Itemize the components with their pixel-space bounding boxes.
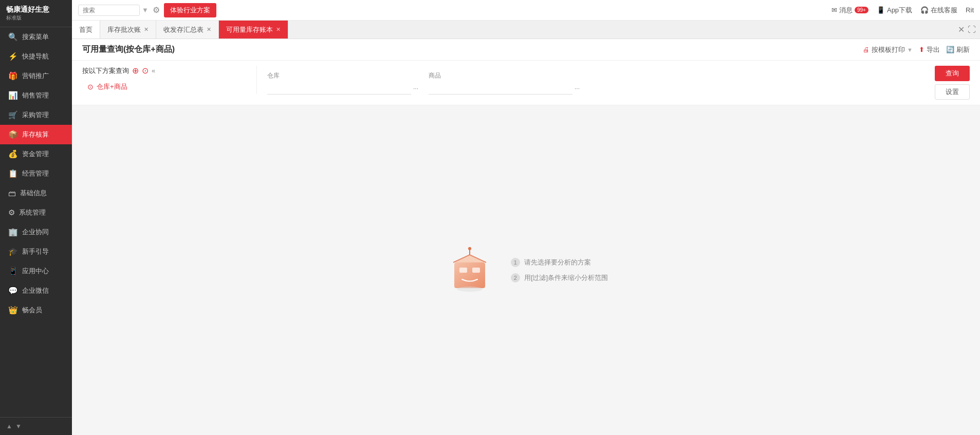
query-button[interactable]: 查询 (935, 66, 970, 81)
svg-rect-2 (472, 268, 480, 273)
scroll-up-icon[interactable]: ▲ (6, 423, 12, 430)
empty-tip-2: 2 用[过滤]条件来缩小分析范围 (511, 273, 608, 282)
page-actions: 🖨 按模板打印 ▼ ⬆ 导出 🔄 刷新 (863, 45, 970, 54)
scheme-setting-icon[interactable]: ⊙ (142, 66, 149, 75)
sidebar-label-operation: 经营管理 (22, 169, 49, 178)
empty-state: 1 请先选择要分析的方案 2 用[过滤]条件来缩小分析范围 (72, 105, 980, 435)
headset-icon: 🎧 (920, 6, 929, 14)
sidebar-label-finance: 资金管理 (22, 149, 49, 159)
sidebar-label-app_center: 应用中心 (22, 267, 49, 276)
sidebar-item-finance[interactable]: 💰 资金管理 (0, 144, 72, 164)
tab-summary-close[interactable]: ✕ (207, 26, 211, 33)
app-name: 畅康通好生意 (6, 5, 66, 14)
message-label: 消息 (839, 6, 853, 15)
sidebar-label-search: 搜索菜单 (22, 32, 49, 42)
sidebar-icon-finance: 💰 (8, 149, 18, 159)
product-label: 商品 (429, 71, 580, 80)
product-more-icon[interactable]: ··· (575, 85, 580, 92)
sidebar-icon-inventory: 📦 (8, 130, 18, 139)
tab-available[interactable]: 可用量库存账本 ✕ (219, 21, 288, 39)
phone-icon: 📱 (877, 6, 885, 14)
tab-batch-close[interactable]: ✕ (144, 26, 149, 33)
sidebar-item-marketing[interactable]: 🎁 营销推广 (0, 66, 72, 86)
sidebar-label-newbie: 新手引导 (22, 247, 49, 256)
print-btn[interactable]: 🖨 按模板打印 ▼ (863, 45, 913, 54)
sidebar-item-shortcut[interactable]: ⚡ 快捷导航 (0, 47, 72, 66)
sidebar-item-basic[interactable]: 🗃 基础信息 (0, 183, 72, 203)
empty-tip-1: 1 请先选择要分析的方案 (511, 258, 608, 267)
refresh-label: 刷新 (956, 45, 970, 54)
filter-actions: 查询 设置 (935, 66, 970, 100)
sidebar-icon-marketing: 🎁 (8, 71, 18, 81)
topbar-right: ✉ 消息 99+ 📱 App下载 🎧 在线客服 Rit (831, 6, 974, 15)
filter-product: 商品 ··· (429, 71, 580, 94)
sidebar-label-purchase: 采购管理 (22, 110, 49, 120)
page-header: 可用量查询(按仓库+商品) 🖨 按模板打印 ▼ ⬆ 导出 🔄 刷新 (72, 39, 980, 61)
dropdown-icon[interactable]: ▼ (142, 6, 149, 14)
sidebar-label-system: 系统管理 (19, 208, 46, 217)
warehouse-label: 仓库 (267, 71, 418, 80)
tab-batch[interactable]: 库存批次账 ✕ (100, 21, 156, 39)
message-icon: ✉ (831, 6, 837, 14)
app-version: 标准版 (6, 14, 66, 22)
sidebar-label-shortcut: 快捷导航 (22, 52, 49, 61)
sidebar-label-marketing: 营销推广 (22, 71, 49, 81)
tab-home-label: 首页 (79, 25, 93, 34)
collapse-icon[interactable]: « (152, 67, 155, 74)
sidebar-item-wechat[interactable]: 💬 企业微信 (0, 281, 72, 300)
tab-available-label: 可用量库存账本 (226, 25, 273, 34)
product-input[interactable] (429, 82, 572, 94)
warehouse-more-icon[interactable]: ··· (413, 85, 418, 92)
sidebar-item-purchase[interactable]: 🛒 采购管理 (0, 105, 72, 125)
sidebar-item-enterprise[interactable]: 🏢 企业协同 (0, 222, 72, 242)
tabs-bar: 首页 库存批次账 ✕ 收发存汇总表 ✕ 可用量库存账本 ✕ ✕ ⛶ (72, 21, 980, 39)
step-2-circle: 2 (511, 273, 520, 282)
message-btn[interactable]: ✉ 消息 99+ (831, 6, 868, 15)
tab-summary[interactable]: 收发存汇总表 ✕ (156, 21, 219, 39)
refresh-btn[interactable]: 🔄 刷新 (946, 45, 970, 54)
filter-label-text: 按以下方案查询 (82, 66, 129, 75)
filter-warehouse: 仓库 ··· (267, 71, 418, 94)
industry-btn[interactable]: 体验行业方案 (164, 3, 216, 17)
refresh-icon: 🔄 (946, 46, 954, 53)
export-label: 导出 (927, 45, 940, 54)
add-scheme-icon[interactable]: ⊕ (132, 66, 139, 75)
user-info[interactable]: Rit (966, 6, 974, 14)
svg-point-4 (468, 247, 471, 250)
sidebar-item-sales[interactable]: 📊 销售管理 (0, 86, 72, 105)
tab-available-close[interactable]: ✕ (276, 26, 281, 33)
main-area: ▼ ⚙ 体验行业方案 ✉ 消息 99+ 📱 App下载 🎧 在线客服 Rit (72, 0, 980, 435)
service-label: 在线客服 (931, 6, 957, 15)
page-content: 可用量查询(按仓库+商品) 🖨 按模板打印 ▼ ⬆ 导出 🔄 刷新 (72, 39, 980, 435)
search-input[interactable] (78, 5, 140, 16)
sidebar-item-app_center[interactable]: 📱 应用中心 (0, 261, 72, 281)
app-download-btn[interactable]: 📱 App下载 (877, 6, 912, 15)
warehouse-input[interactable] (267, 82, 411, 94)
scheme-name: 仓库+商品 (97, 82, 127, 91)
setting-button[interactable]: 设置 (935, 84, 970, 100)
sidebar-label-wechat: 企业微信 (22, 286, 49, 295)
tab-summary-label: 收发存汇总表 (163, 25, 204, 34)
sidebar-item-system[interactable]: ⚙ 系统管理 (0, 203, 72, 222)
sidebar-item-search[interactable]: 🔍 搜索菜单 (0, 27, 72, 47)
sidebar-item-newbie[interactable]: 🎓 新手引导 (0, 242, 72, 261)
sidebar-icon-member: 👑 (8, 306, 18, 315)
export-icon: ⬆ (919, 46, 924, 53)
sidebar-item-inventory[interactable]: 📦 库存核算 (0, 125, 72, 144)
sidebar-label-enterprise: 企业协同 (22, 228, 49, 237)
scroll-down-icon[interactable]: ▼ (15, 423, 22, 430)
scheme-icon: ⊙ (87, 83, 94, 91)
close-all-icon[interactable]: ✕ (958, 25, 965, 34)
tab-home[interactable]: 首页 (72, 21, 100, 39)
print-dropdown-icon[interactable]: ▼ (907, 47, 913, 53)
online-service-btn[interactable]: 🎧 在线客服 (920, 6, 957, 15)
scheme-item[interactable]: ⊙ 仓库+商品 (82, 80, 251, 94)
empty-tip-2-text: 用[过滤]条件来缩小分析范围 (524, 273, 608, 282)
sidebar-label-inventory: 库存核算 (22, 130, 49, 139)
gear-icon[interactable]: ⚙ (153, 5, 160, 15)
topbar-search: ▼ (78, 5, 149, 16)
fullscreen-icon[interactable]: ⛶ (968, 25, 976, 34)
sidebar-item-member[interactable]: 👑 畅会员 (0, 300, 72, 320)
export-btn[interactable]: ⬆ 导出 (919, 45, 940, 54)
sidebar-item-operation[interactable]: 📋 经营管理 (0, 164, 72, 183)
